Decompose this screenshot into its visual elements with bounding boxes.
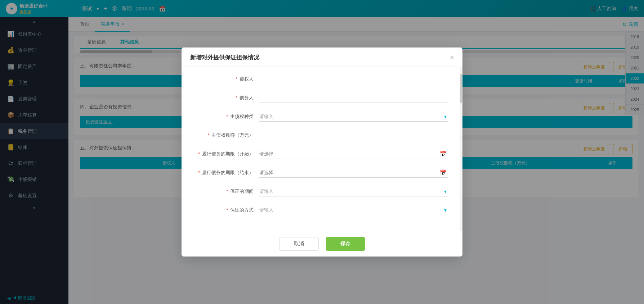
- modal-close-button[interactable]: ×: [450, 54, 454, 62]
- modal-header: 新增对外提供保证担保情况 ×: [182, 47, 462, 67]
- modal-footer: 取消 保存: [182, 231, 462, 257]
- form-row-period-end: * 履行债务的期限（结束） 📅: [196, 168, 448, 178]
- modal-scrollbar[interactable]: [460, 67, 462, 231]
- label-guarantee-method: * 保证的方式: [196, 207, 254, 213]
- modal-overlay[interactable]: 新增对外提供保证担保情况 × * 债权人 * 债务人: [0, 0, 644, 304]
- select-wrapper-creditor-type: 请输入 ▾: [259, 112, 448, 122]
- label-creditor-type: * 主债权种类: [196, 113, 254, 120]
- label-amount: * 主债权数额（万元）: [196, 132, 254, 139]
- form-row-guarantee-period: * 保证的期间 请输入 ▾: [196, 186, 448, 196]
- modal-body: * 债权人 * 债务人 *: [182, 67, 462, 231]
- calendar-icon-start[interactable]: 📅: [440, 151, 447, 157]
- label-guarantee-period: * 保证的期间: [196, 188, 254, 195]
- form-row-creditor-type: * 主债权种类 请输入 ▾: [196, 112, 448, 122]
- form-row-amount: * 主债权数额（万元）: [196, 130, 448, 140]
- label-creditor: * 债权人: [196, 76, 254, 82]
- date-input-end[interactable]: [259, 168, 448, 178]
- select-guarantee-method[interactable]: 请输入: [259, 205, 448, 215]
- form-row-period-start: * 履行债务的期限（开始） 📅: [196, 149, 448, 159]
- label-period-start: * 履行债务的期限（开始）: [196, 151, 254, 157]
- cancel-button[interactable]: 取消: [279, 237, 319, 251]
- input-debtor[interactable]: [259, 93, 448, 103]
- date-input-start[interactable]: [259, 149, 448, 159]
- select-guarantee-period[interactable]: 请输入: [259, 186, 448, 196]
- modal-title: 新增对外提供保证担保情况: [190, 54, 259, 62]
- select-wrapper-guarantee-method: 请输入 ▾: [259, 205, 448, 215]
- label-period-end: * 履行债务的期限（结束）: [196, 169, 254, 176]
- date-wrapper-start: 📅: [259, 149, 448, 159]
- input-creditor[interactable]: [259, 74, 448, 84]
- modal-dialog: 新增对外提供保证担保情况 × * 债权人 * 债务人: [182, 47, 462, 257]
- form-row-creditor: * 债权人: [196, 74, 448, 84]
- select-creditor-type[interactable]: 请输入: [259, 112, 448, 122]
- input-wrapper-creditor: [259, 74, 448, 84]
- form-row-debtor: * 债务人: [196, 93, 448, 103]
- select-wrapper-guarantee-period: 请输入 ▾: [259, 186, 448, 196]
- date-wrapper-end: 📅: [259, 168, 448, 178]
- input-wrapper-debtor: [259, 93, 448, 103]
- input-wrapper-amount: [259, 130, 448, 140]
- label-debtor: * 债务人: [196, 95, 254, 101]
- calendar-icon-end[interactable]: 📅: [440, 169, 447, 176]
- form-row-guarantee-method: * 保证的方式 请输入 ▾: [196, 205, 448, 215]
- input-amount[interactable]: [259, 130, 448, 140]
- modal-scrollbar-thumb: [460, 74, 462, 103]
- save-button[interactable]: 保存: [326, 237, 365, 251]
